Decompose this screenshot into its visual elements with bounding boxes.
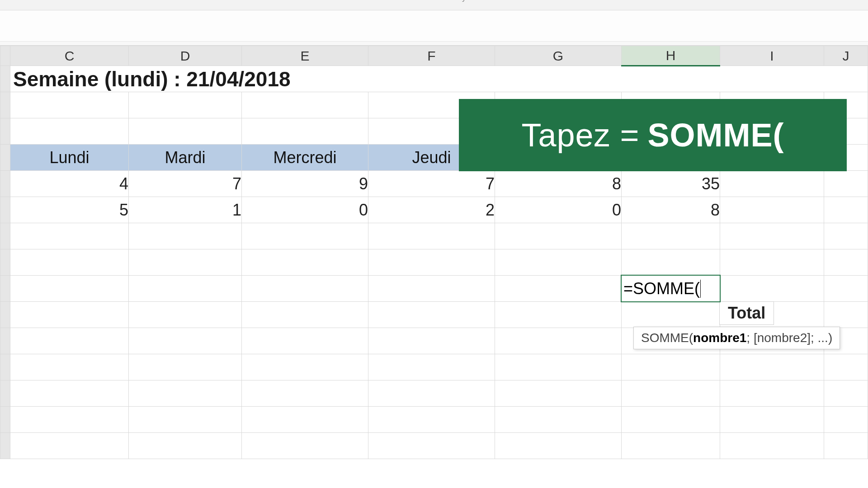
row-header[interactable]: [0, 407, 10, 433]
cell[interactable]: [129, 380, 242, 407]
row-header[interactable]: [0, 249, 10, 276]
cell[interactable]: [368, 249, 495, 276]
column-header[interactable]: J: [824, 46, 868, 66]
cell[interactable]: [242, 223, 368, 249]
cell[interactable]: [129, 249, 242, 276]
cell[interactable]: [622, 223, 720, 249]
cell[interactable]: [242, 328, 368, 354]
cell[interactable]: [242, 118, 368, 145]
cell[interactable]: [129, 118, 242, 145]
cell[interactable]: [10, 118, 129, 145]
cell[interactable]: 5: [10, 197, 129, 223]
cell[interactable]: [622, 407, 720, 433]
cell[interactable]: [10, 223, 129, 249]
cell[interactable]: [10, 328, 129, 354]
cell[interactable]: [824, 354, 868, 380]
row-header[interactable]: [0, 433, 10, 459]
cell[interactable]: 1: [129, 197, 242, 223]
cell[interactable]: [129, 433, 242, 459]
cell[interactable]: [10, 302, 129, 328]
column-header[interactable]: G: [495, 46, 622, 66]
row-header[interactable]: [0, 223, 10, 249]
cell[interactable]: [622, 249, 720, 276]
cell[interactable]: [242, 302, 368, 328]
cell[interactable]: [720, 407, 824, 433]
cell[interactable]: 8: [622, 197, 720, 223]
cell[interactable]: [368, 223, 495, 249]
column-header[interactable]: F: [368, 46, 495, 66]
cell[interactable]: 2: [368, 197, 495, 223]
row-header[interactable]: [0, 145, 10, 171]
cell[interactable]: [129, 276, 242, 302]
cell[interactable]: [720, 354, 824, 380]
cell[interactable]: [720, 433, 824, 459]
cell[interactable]: [495, 302, 622, 328]
column-header[interactable]: E: [242, 46, 368, 66]
cell[interactable]: [720, 197, 824, 223]
cell[interactable]: 4: [10, 171, 129, 197]
cell[interactable]: [824, 407, 868, 433]
cell[interactable]: [720, 276, 824, 302]
row-header[interactable]: [0, 197, 10, 223]
formula-bar-area[interactable]: [0, 42, 868, 46]
cell[interactable]: [495, 380, 622, 407]
cell[interactable]: [129, 407, 242, 433]
cell[interactable]: [10, 380, 129, 407]
cell[interactable]: [824, 171, 868, 197]
cell[interactable]: [824, 197, 868, 223]
cell[interactable]: [10, 354, 129, 380]
column-header-row[interactable]: C D E F G H I J: [0, 46, 868, 66]
cell[interactable]: [368, 407, 495, 433]
editing-cell[interactable]: =SOMME( Total SOMME(nombre1; [nombre2]; …: [622, 276, 720, 302]
column-header[interactable]: I: [720, 46, 824, 66]
cell-editor[interactable]: =SOMME(: [621, 275, 721, 302]
row-header[interactable]: [0, 302, 10, 328]
cell[interactable]: [129, 302, 242, 328]
cell[interactable]: [495, 407, 622, 433]
cell[interactable]: [129, 328, 242, 354]
cell[interactable]: 7: [368, 171, 495, 197]
cell[interactable]: [242, 380, 368, 407]
select-all-corner[interactable]: [0, 46, 10, 66]
cell[interactable]: [242, 249, 368, 276]
cell[interactable]: [824, 276, 868, 302]
cell[interactable]: [368, 380, 495, 407]
table-header[interactable]: Mercredi: [242, 145, 368, 171]
cell[interactable]: [242, 407, 368, 433]
cell[interactable]: [824, 302, 868, 328]
cell[interactable]: [129, 223, 242, 249]
cell[interactable]: [495, 354, 622, 380]
row-header[interactable]: [0, 380, 10, 407]
row-header[interactable]: [0, 276, 10, 302]
cell[interactable]: [10, 249, 129, 276]
cell[interactable]: [495, 249, 622, 276]
row-header[interactable]: [0, 118, 10, 145]
cell[interactable]: 0: [495, 197, 622, 223]
cell[interactable]: [495, 276, 622, 302]
cell[interactable]: [495, 223, 622, 249]
cell[interactable]: 35: [622, 171, 720, 197]
cell[interactable]: [622, 380, 720, 407]
cell[interactable]: [242, 433, 368, 459]
cell[interactable]: [720, 380, 824, 407]
cell[interactable]: [10, 407, 129, 433]
cell[interactable]: [368, 276, 495, 302]
cell[interactable]: [242, 92, 368, 118]
table-header[interactable]: Lundi: [10, 145, 129, 171]
cell[interactable]: 0: [242, 197, 368, 223]
cell[interactable]: [622, 354, 720, 380]
cell[interactable]: [622, 433, 720, 459]
column-header-selected[interactable]: H: [622, 46, 720, 66]
cell[interactable]: [10, 276, 129, 302]
cell[interactable]: 7: [129, 171, 242, 197]
cell[interactable]: [720, 223, 824, 249]
cell[interactable]: 9: [242, 171, 368, 197]
cell[interactable]: [824, 433, 868, 459]
cell[interactable]: [242, 354, 368, 380]
column-header[interactable]: D: [129, 46, 242, 66]
cell[interactable]: [622, 302, 720, 328]
cell[interactable]: [495, 433, 622, 459]
cell[interactable]: [720, 171, 824, 197]
cell[interactable]: Semaine (lundi) : 21/04/2018: [10, 66, 868, 92]
cell[interactable]: [368, 328, 495, 354]
